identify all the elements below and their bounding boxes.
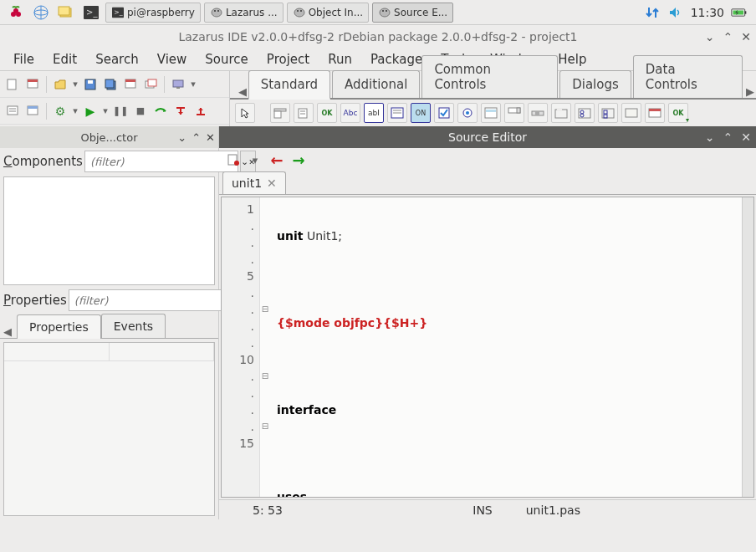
jump-points-icon[interactable]: [224, 151, 243, 169]
panel-minimize-icon[interactable]: ⌄: [177, 131, 186, 144]
palette-frame-icon[interactable]: [645, 103, 665, 123]
palette-togglebox-icon[interactable]: ON: [411, 103, 431, 123]
fold-icon[interactable]: ⊟: [260, 418, 270, 435]
close-icon[interactable]: ✕: [741, 30, 751, 43]
palette-label-icon[interactable]: Abc: [340, 103, 360, 123]
palette-popupmenu-icon[interactable]: [294, 103, 314, 123]
editor-maximize-icon[interactable]: ⌃: [723, 130, 733, 144]
palette-listbox-icon[interactable]: [481, 103, 501, 123]
palette-radiobutton-icon[interactable]: [457, 103, 478, 123]
nav-back-icon[interactable]: ←: [268, 151, 286, 169]
tab-events[interactable]: Events: [101, 314, 166, 338]
palette-combobox-icon[interactable]: [504, 103, 524, 123]
palette-radiogroup-icon[interactable]: [575, 103, 595, 123]
prop-tab-prev-icon[interactable]: ◀: [3, 325, 17, 338]
run-icon[interactable]: ▶: [81, 102, 100, 120]
menu-edit[interactable]: Edit: [44, 49, 85, 70]
file-manager-icon[interactable]: [55, 2, 77, 23]
terminal-icon[interactable]: >_: [80, 2, 102, 23]
minimize-icon[interactable]: ⌄: [705, 30, 715, 43]
palette-button-icon[interactable]: OK: [317, 103, 337, 123]
toggle-form-icon[interactable]: [141, 75, 160, 94]
manage-desktops-icon[interactable]: [169, 75, 187, 94]
new-form-icon[interactable]: [23, 75, 42, 94]
view-forms-icon[interactable]: [23, 102, 42, 120]
vertical-scrollbar[interactable]: [742, 197, 753, 497]
palette-tab-dialogs[interactable]: Dialogs: [559, 70, 631, 98]
palette-scrollbar-icon[interactable]: [528, 103, 548, 123]
palette-panel-icon[interactable]: [621, 103, 641, 123]
palette-mainmenu-icon[interactable]: [270, 103, 290, 123]
menu-run[interactable]: Run: [319, 49, 360, 70]
battery-icon[interactable]: [731, 4, 748, 21]
raspberry-menu-icon[interactable]: [5, 2, 27, 23]
open-dropdown-icon[interactable]: ▾: [71, 75, 79, 94]
svg-point-14: [217, 10, 219, 12]
taskbar-app-source-editor[interactable]: Source E...: [372, 3, 453, 23]
maximize-icon[interactable]: ⌃: [723, 30, 733, 43]
svg-rect-66: [604, 115, 607, 118]
palette-groupbox-icon[interactable]: [551, 103, 571, 123]
svg-point-12: [212, 8, 222, 17]
property-grid[interactable]: [3, 342, 215, 516]
taskbar-app-obj-inspector[interactable]: Object In...: [287, 3, 369, 23]
properties-filter-input[interactable]: [69, 289, 222, 311]
editor-minimize-icon[interactable]: ⌄: [705, 130, 715, 144]
menu-file[interactable]: File: [5, 49, 43, 70]
open-icon[interactable]: [51, 75, 69, 94]
svg-rect-56: [517, 108, 520, 113]
menu-source[interactable]: Source: [197, 49, 257, 70]
network-icon[interactable]: [644, 4, 661, 21]
code-text[interactable]: unit Unit1; {$mode objfpc}{$H+} interfac…: [270, 197, 742, 497]
components-filter-input[interactable]: [84, 151, 238, 172]
save-icon[interactable]: [81, 75, 100, 94]
new-form-2-icon[interactable]: [121, 75, 140, 94]
palette-memo-icon[interactable]: [387, 103, 407, 123]
build-dropdown-icon[interactable]: ▾: [71, 102, 79, 120]
new-unit-icon[interactable]: [3, 75, 22, 94]
menu-project[interactable]: Project: [258, 49, 318, 70]
run-dropdown-icon[interactable]: ▾: [101, 102, 110, 120]
palette-tab-prev-icon[interactable]: ◀: [237, 85, 248, 98]
build-mode-icon[interactable]: ⚙: [51, 102, 69, 120]
panel-close-icon[interactable]: ✕: [206, 131, 215, 144]
palette-edit-icon[interactable]: abI: [364, 103, 384, 123]
web-browser-icon[interactable]: [30, 2, 52, 23]
step-into-icon[interactable]: [171, 102, 190, 120]
palette-tab-next-icon[interactable]: ▶: [744, 85, 756, 98]
palette-tab-data-controls[interactable]: Data Controls: [633, 55, 743, 98]
taskbar-app-lazarus[interactable]: Lazarus ...: [204, 3, 284, 23]
palette-cursor-icon[interactable]: [235, 103, 255, 123]
palette-tab-standard[interactable]: Standard: [248, 70, 330, 100]
panel-maximize-icon[interactable]: ⌃: [192, 131, 201, 144]
stop-icon[interactable]: ■: [131, 102, 150, 120]
object-inspector-titlebar: Obje...ctor ⌄ ⌃ ✕: [0, 126, 218, 148]
nav-forward-icon[interactable]: →: [289, 151, 308, 169]
step-over-icon[interactable]: [151, 102, 170, 120]
tab-properties[interactable]: Properties: [17, 314, 101, 339]
view-units-icon[interactable]: [3, 102, 22, 120]
palette-tab-additional[interactable]: Additional: [332, 70, 420, 98]
object-inspector-panel: Obje...ctor ⌄ ⌃ ✕ Components ⌄✕ Properti…: [0, 126, 219, 519]
palette-actionlist-icon[interactable]: OK▾: [668, 103, 688, 123]
editor-tab-close-icon[interactable]: ✕: [267, 176, 277, 190]
menu-view[interactable]: View: [149, 49, 196, 70]
volume-icon[interactable]: [667, 4, 684, 21]
desktops-dropdown-icon[interactable]: ▾: [189, 75, 197, 94]
taskbar-app-pi[interactable]: >_ pi@raspberry: [105, 3, 201, 23]
fold-icon[interactable]: ⊟: [260, 368, 270, 385]
components-tree[interactable]: [3, 176, 215, 285]
step-out-icon[interactable]: [192, 102, 210, 120]
menu-search[interactable]: Search: [87, 49, 147, 70]
palette-checkbox-icon[interactable]: [434, 103, 454, 123]
editor-tab-unit1[interactable]: unit1 ✕: [222, 171, 286, 194]
pause-icon[interactable]: ❚❚: [111, 102, 130, 120]
code-editor[interactable]: 1 . . . 5 . . . . 10 . . . . 15 ⊟ ⊟: [221, 197, 754, 498]
palette-checkgroup-icon[interactable]: [598, 103, 618, 123]
fold-icon[interactable]: ⊟: [260, 301, 270, 318]
palette-tab-common-controls[interactable]: Common Controls: [421, 55, 558, 98]
jump-dropdown-icon[interactable]: ▾: [246, 151, 264, 169]
menu-package[interactable]: Package: [362, 49, 431, 70]
editor-close-icon[interactable]: ✕: [741, 130, 751, 144]
save-all-icon[interactable]: [101, 75, 120, 94]
